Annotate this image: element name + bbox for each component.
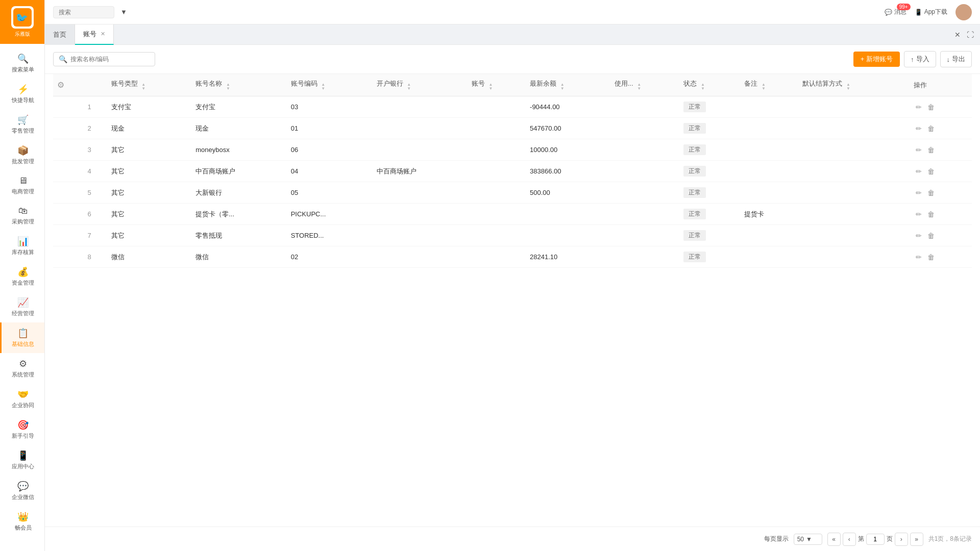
nav-icon-beginner-guide: 🎯: [17, 419, 29, 431]
sidebar-item-enterprise-agreement[interactable]: 🤝 企业协同: [0, 384, 44, 414]
nav-label-retail-mgmt: 零售管理: [12, 127, 34, 135]
tab-maximize-button[interactable]: ⛶: [965, 29, 976, 41]
cell-name-2: moneybosx: [191, 139, 286, 161]
search-box[interactable]: 🔍: [53, 52, 155, 66]
delete-button-0[interactable]: 🗑: [925, 102, 937, 112]
edit-button-5[interactable]: ✏: [914, 209, 924, 219]
tab-close-accounts-icon[interactable]: ✕: [101, 31, 105, 37]
cell-balance-3: 383866.00: [526, 161, 610, 182]
page-size-selector[interactable]: 50 ▼: [794, 534, 822, 545]
cell-account-1: [468, 118, 526, 139]
th-num: [83, 74, 107, 96]
delete-button-3[interactable]: 🗑: [925, 166, 937, 177]
sidebar-item-basic-info[interactable]: 📋 基础信息: [0, 322, 44, 353]
cell-code-1: 01: [287, 118, 373, 139]
sidebar-item-enterprise-wechat[interactable]: 💬 企业微信: [0, 475, 44, 506]
cell-actions-5: ✏ 🗑: [910, 204, 972, 225]
sort-account-icon[interactable]: ▲▼: [489, 83, 493, 91]
topbar-dropdown[interactable]: ▼: [120, 8, 127, 16]
delete-button-5[interactable]: 🗑: [925, 209, 937, 219]
delete-button-6[interactable]: 🗑: [925, 231, 937, 241]
page-number-input[interactable]: [866, 534, 885, 545]
edit-button-6[interactable]: ✏: [914, 231, 924, 241]
last-page-button[interactable]: »: [910, 533, 923, 546]
prev-page-button[interactable]: ‹: [843, 533, 856, 546]
cell-status-5: 正常: [679, 204, 740, 225]
sidebar-item-search-menu[interactable]: 🔍 搜索菜单: [0, 48, 44, 79]
cell-usage-2: [610, 139, 680, 161]
edit-button-7[interactable]: ✏: [914, 252, 924, 262]
sort-note-icon[interactable]: ▲▼: [762, 83, 766, 91]
cell-actions-4: ✏ 🗑: [910, 182, 972, 204]
cell-settlement-5: [798, 204, 909, 225]
cell-code-6: STORED...: [287, 225, 373, 246]
export-button[interactable]: ↓ 导出: [940, 51, 972, 67]
cell-usage-7: [610, 246, 680, 268]
status-badge-6: 正常: [683, 230, 706, 241]
sort-name-icon[interactable]: ▲▼: [226, 83, 230, 91]
page-size-value: 50: [797, 536, 804, 543]
status-badge-1: 正常: [683, 123, 706, 134]
sidebar-item-capital-mgmt[interactable]: 💰 资金管理: [0, 261, 44, 292]
sort-usage-icon[interactable]: ▲▼: [637, 83, 641, 91]
import-button[interactable]: ↑ 导入: [904, 51, 936, 67]
sidebar-item-ecommerce-mgmt[interactable]: 🖥 电商管理: [0, 170, 44, 201]
sort-balance-icon[interactable]: ▲▼: [560, 83, 565, 91]
sidebar-item-beginner-guide[interactable]: 🎯 新手引导: [0, 414, 44, 445]
delete-button-4[interactable]: 🗑: [925, 188, 937, 198]
sidebar-item-retail-mgmt[interactable]: 🛒 零售管理: [0, 109, 44, 140]
edit-button-2[interactable]: ✏: [914, 145, 924, 155]
tab-close-button[interactable]: ✕: [952, 29, 963, 41]
tab-accounts[interactable]: 账号✕: [75, 24, 114, 45]
edit-button-3[interactable]: ✏: [914, 166, 924, 177]
cell-usage-0: [610, 96, 680, 118]
sidebar-item-system-mgmt[interactable]: ⚙ 系统管理: [0, 353, 44, 384]
tab-home[interactable]: 首页: [45, 24, 75, 45]
delete-button-2[interactable]: 🗑: [925, 145, 937, 155]
sidebar-item-membership[interactable]: 👑 畅会员: [0, 506, 44, 537]
sort-type-icon[interactable]: ▲▼: [141, 83, 145, 91]
first-page-button[interactable]: «: [827, 533, 841, 546]
cell-note-2: [740, 139, 798, 161]
message-button[interactable]: 💬 消息 99+: [885, 8, 906, 16]
sort-code-icon[interactable]: ▲▼: [321, 83, 325, 91]
sidebar-item-quick-nav[interactable]: ⚡ 快捷导航: [0, 79, 44, 109]
nav-icon-enterprise-agreement: 🤝: [17, 389, 29, 400]
sort-status-icon[interactable]: ▲▼: [701, 83, 705, 91]
next-page-button[interactable]: ›: [895, 533, 908, 546]
topbar-search-input[interactable]: [53, 6, 114, 18]
table-row: 8 微信 微信 02 28241.10 正常 ✏ 🗑: [53, 246, 972, 268]
add-account-button[interactable]: + 新增账号: [853, 52, 900, 67]
th-bank: 开户银行 ▲▼: [373, 74, 468, 96]
delete-button-1[interactable]: 🗑: [925, 123, 937, 134]
cell-name-3: 中百商场账户: [191, 161, 286, 182]
sidebar-item-wholesale-mgmt[interactable]: 📦 批发管理: [0, 140, 44, 170]
sidebar-item-inventory[interactable]: 📊 库存核算: [0, 231, 44, 261]
cell-settings-4: [53, 182, 83, 204]
cell-type-4: 其它: [107, 182, 192, 204]
edit-button-1[interactable]: ✏: [914, 123, 924, 134]
sort-bank-icon[interactable]: ▲▼: [407, 83, 411, 91]
nav-label-operation-mgmt: 经营管理: [12, 310, 34, 317]
import-label: 导入: [916, 55, 929, 64]
column-settings-icon[interactable]: ⚙: [57, 81, 64, 89]
cell-balance-2: 10000.00: [526, 139, 610, 161]
cell-type-2: 其它: [107, 139, 192, 161]
cell-usage-4: [610, 182, 680, 204]
edit-button-4[interactable]: ✏: [914, 188, 924, 198]
cell-num-2: 3: [83, 139, 107, 161]
delete-button-7[interactable]: 🗑: [925, 252, 937, 262]
sidebar-item-operation-mgmt[interactable]: 📈 经营管理: [0, 292, 44, 322]
cell-num-5: 6: [83, 204, 107, 225]
sidebar-item-purchase-mgmt[interactable]: 🛍 采购管理: [0, 201, 44, 231]
sidebar-item-app-center[interactable]: 📱 应用中心: [0, 445, 44, 475]
edit-button-0[interactable]: ✏: [914, 102, 924, 112]
nav-label-purchase-mgmt: 采购管理: [12, 218, 34, 226]
app-download-button[interactable]: 📱 App下载: [915, 8, 947, 16]
cell-account-4: [468, 182, 526, 204]
cell-name-4: 大新银行: [191, 182, 286, 204]
sidebar: 🐦 乐雁版 🔍 搜索菜单 ⚡ 快捷导航 🛒 零售管理 📦 批发管理 🖥 电商管理…: [0, 0, 45, 551]
account-search-input[interactable]: [70, 56, 150, 63]
sort-settlement-icon[interactable]: ▲▼: [846, 83, 850, 91]
avatar[interactable]: [955, 4, 972, 20]
